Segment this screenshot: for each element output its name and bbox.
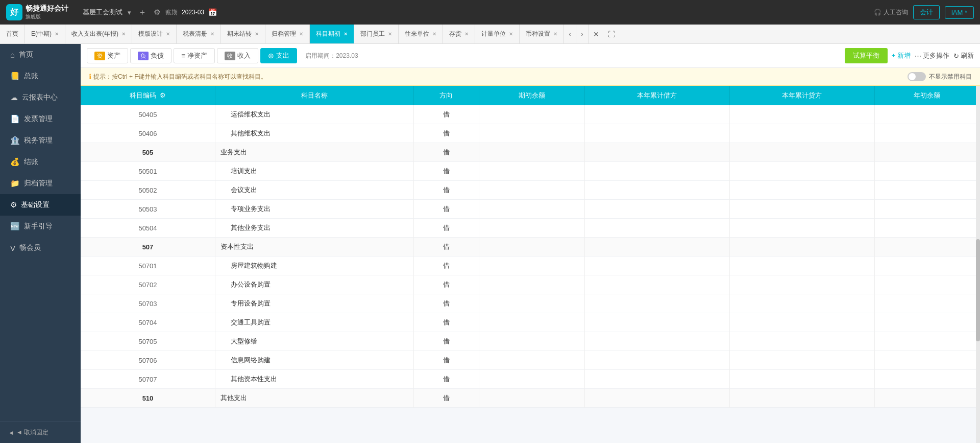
tab-period-end-close[interactable]: ✕ xyxy=(255,31,259,37)
sidebar-item-tax[interactable]: 🏦 税务管理 xyxy=(0,130,81,151)
sidebar-item-invoice[interactable]: 📄 发票管理 xyxy=(0,108,81,130)
tab-unit-close[interactable]: ✕ xyxy=(509,31,513,37)
table-row[interactable]: 50406 其他维权支出 借 xyxy=(81,124,980,143)
cell-credit xyxy=(729,200,874,219)
tab-balance-mid-close[interactable]: ✕ xyxy=(55,31,59,37)
tab-prev-button[interactable]: ‹ xyxy=(564,25,576,43)
table-row[interactable]: 50704 交通工具购置 借 xyxy=(81,313,980,332)
settings-icon[interactable]: ⚙ xyxy=(154,8,160,17)
tab-close-all-button[interactable]: ✕ xyxy=(589,25,604,43)
sidebar-item-tax-label: 税务管理 xyxy=(24,136,53,145)
more-actions-button[interactable]: ⋯ 更多操作 xyxy=(915,51,949,60)
cell-name: 其他业务支出 xyxy=(215,219,413,238)
tab-tax[interactable]: 税表清册 ✕ xyxy=(177,25,221,43)
cell-balance xyxy=(479,238,584,257)
sidebar-collapse-button[interactable]: ◄ ◄ 取消固定 xyxy=(0,422,81,443)
cell-debit xyxy=(584,162,729,181)
tab-currency[interactable]: 币种设置 ✕ xyxy=(520,25,564,43)
app-logo-text: 畅捷通好会计 xyxy=(26,4,68,13)
cell-direction: 借 xyxy=(413,162,479,181)
iam-button[interactable]: iAM * xyxy=(945,6,974,19)
sidebar-item-ledger[interactable]: 📒 总账 xyxy=(0,65,81,87)
table-row[interactable]: 507 资本性支出 借 xyxy=(81,238,980,257)
add-company-icon[interactable]: ＋ xyxy=(138,7,146,18)
tab-archive-close[interactable]: ✕ xyxy=(299,31,303,37)
sidebar-item-archive[interactable]: 📁 归档管理 xyxy=(0,173,81,194)
tab-inventory[interactable]: 存货 ✕ xyxy=(443,25,475,43)
sidebar-item-cloud-report[interactable]: ☁ 云报表中心 xyxy=(0,87,81,108)
calc-balance-button[interactable]: 试算平衡 xyxy=(845,48,888,63)
sidebar-item-home[interactable]: ⌂ 首页 xyxy=(0,44,81,65)
account-button[interactable]: 会计 xyxy=(913,5,940,19)
sidebar-item-basic[interactable]: ⚙ 基础设置 xyxy=(0,194,81,216)
sidebar-item-guide[interactable]: 🆕 新手引导 xyxy=(0,216,81,237)
tab-income-annual[interactable]: 收入支出表(年报) ✕ xyxy=(65,25,132,43)
service-button[interactable]: 🎧 人工咨询 xyxy=(874,8,908,17)
table-row[interactable]: 50502 会议支出 借 xyxy=(81,181,980,200)
subtab-expense[interactable]: ⊕ 支出 xyxy=(260,48,297,63)
subtab-liability[interactable]: 负 负债 xyxy=(130,48,172,63)
tab-income-annual-close[interactable]: ✕ xyxy=(121,31,126,37)
tab-subject-init-close[interactable]: ✕ xyxy=(344,31,348,37)
tab-balance-mid[interactable]: E(中期) ✕ xyxy=(25,25,65,43)
tab-archive[interactable]: 归档管理 ✕ xyxy=(265,25,310,43)
cell-name: 资本性支出 xyxy=(215,238,413,257)
tab-dept-staff[interactable]: 部门员工 ✕ xyxy=(354,25,399,43)
table-row[interactable]: 510 其他支出 借 xyxy=(81,389,980,408)
sub-tab-bar: 资 资产 负 负债 ≡ 净资产 收 收入 ⊕ 支出 启用期间：2023.03 试… xyxy=(81,44,980,68)
subtab-net-asset[interactable]: ≡ 净资产 xyxy=(174,48,215,63)
tab-subject-init[interactable]: 科目期初 ✕ xyxy=(310,25,354,43)
table-row[interactable]: 505 业务支出 借 xyxy=(81,143,980,162)
sidebar-item-member[interactable]: V 畅会员 xyxy=(0,237,81,259)
refresh-icon: ↻ xyxy=(953,52,959,60)
table-row[interactable]: 50504 其他业务支出 借 xyxy=(81,219,980,238)
table-row[interactable]: 50707 其他资本性支出 借 xyxy=(81,370,980,389)
cell-code: 50501 xyxy=(81,162,215,181)
tab-next-button[interactable]: › xyxy=(576,25,589,43)
tab-inventory-close[interactable]: ✕ xyxy=(464,31,469,37)
settle-icon: 💰 xyxy=(10,157,20,167)
sidebar-item-cloud-report-label: 云报表中心 xyxy=(22,93,58,102)
tab-currency-close[interactable]: ✕ xyxy=(553,31,557,37)
refresh-button[interactable]: ↻ 刷新 xyxy=(953,51,974,60)
cell-balance xyxy=(479,181,584,200)
subtab-income[interactable]: 收 收入 xyxy=(217,48,258,63)
tab-dept-staff-close[interactable]: ✕ xyxy=(388,31,392,37)
tab-customer-close[interactable]: ✕ xyxy=(432,31,436,37)
company-dropdown-icon[interactable]: ▾ xyxy=(128,9,131,16)
table-row[interactable]: 50501 培训支出 借 xyxy=(81,162,980,181)
tab-home[interactable]: 首页 xyxy=(0,25,25,43)
tab-template-close[interactable]: ✕ xyxy=(166,31,170,37)
table-row[interactable]: 50703 专用设备购置 借 xyxy=(81,294,980,313)
invoice-icon: 📄 xyxy=(10,114,20,124)
table-row[interactable]: 50706 信息网络购建 借 xyxy=(81,351,980,370)
table-row[interactable]: 50701 房屋建筑物购建 借 xyxy=(81,257,980,275)
scrollbar-thumb[interactable] xyxy=(976,239,980,341)
sidebar-item-settle-label: 结账 xyxy=(24,157,38,167)
toggle-disabled-subjects[interactable] xyxy=(908,72,926,81)
tab-template[interactable]: 模版设计 ✕ xyxy=(132,25,177,43)
tab-customer[interactable]: 往来单位 ✕ xyxy=(399,25,443,43)
cell-name: 专项业务支出 xyxy=(215,200,413,219)
table-row[interactable]: 50405 运偿维权支出 借 xyxy=(81,105,980,124)
cell-code: 50701 xyxy=(81,257,215,275)
cell-code: 50502 xyxy=(81,181,215,200)
toggle-area: 不显示禁用科目 xyxy=(908,72,972,81)
sidebar-item-settle[interactable]: 💰 结账 xyxy=(0,151,81,173)
cell-debit xyxy=(584,370,729,389)
subtab-asset[interactable]: 资 资产 xyxy=(87,48,128,63)
table-row[interactable]: 50705 大型修缮 借 xyxy=(81,332,980,351)
table-row[interactable]: 50702 办公设备购置 借 xyxy=(81,275,980,294)
calendar-icon[interactable]: 📅 xyxy=(208,8,217,16)
tab-tax-close[interactable]: ✕ xyxy=(210,31,214,37)
col-settings-icon[interactable]: ⚙ xyxy=(160,91,166,99)
tab-unit[interactable]: 计量单位 ✕ xyxy=(475,25,520,43)
table-header-row: 科目编码 ⚙ 科目名称 方向 期初余额 本年累计借方 本年累计贷方 年初余额 xyxy=(81,86,980,105)
cell-debit xyxy=(584,143,729,162)
cell-year-balance xyxy=(874,181,979,200)
add-button[interactable]: + 新增 xyxy=(892,51,911,60)
tab-period-end[interactable]: 期末结转 ✕ xyxy=(221,25,265,43)
tab-expand-button[interactable]: ⛶ xyxy=(604,25,619,43)
info-icon: ℹ xyxy=(89,73,91,81)
table-row[interactable]: 50503 专项业务支出 借 xyxy=(81,200,980,219)
